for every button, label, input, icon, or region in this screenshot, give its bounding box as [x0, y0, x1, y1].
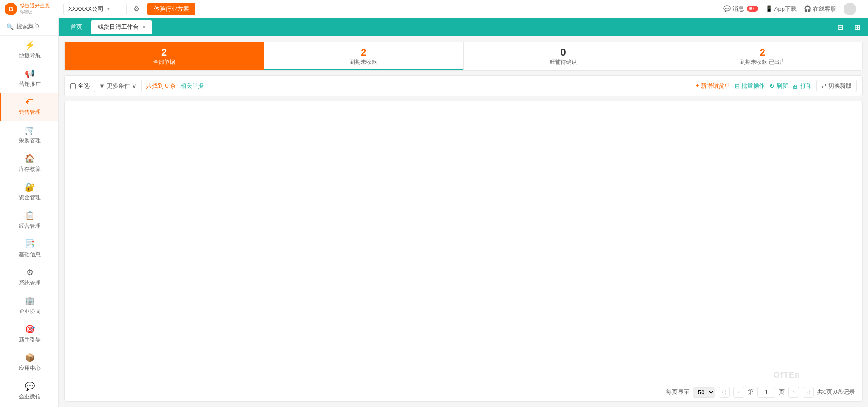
sidebar-item-member[interactable]: V 畅会员	[0, 405, 58, 407]
sidebar-label-sales: 销售管理	[19, 108, 41, 116]
tab-home[interactable]: 首页	[63, 18, 90, 36]
stats-count-overdue-shipped: 2	[670, 47, 855, 58]
sidebar-item-apps[interactable]: 📦 应用中心	[0, 348, 58, 377]
stats-tab-overdue[interactable]: 2 到期未收款	[264, 42, 463, 70]
sidebar-label-apps: 应用中心	[19, 365, 41, 372]
marketing-icon: 📢	[25, 69, 35, 79]
company-name: XXXXXX公司	[68, 5, 104, 13]
sidebar-item-quick-nav[interactable]: ⚡ 快捷导航	[0, 36, 58, 64]
stats-count-wangdian: 0	[471, 47, 656, 58]
company-dropdown-arrow: ▼	[106, 6, 111, 11]
app-name: 畅捷通好生意	[20, 3, 50, 9]
toolbar: 全选 ▼ 更多条件 ∨ 共找到 0 条 相关单据 + 新增销货单	[64, 75, 863, 96]
sidebar-item-guide[interactable]: 🎯 新手引导	[0, 320, 58, 348]
sidebar-item-operation[interactable]: 📋 经营管理	[0, 206, 58, 234]
last-page-button[interactable]: ⟩⟩	[803, 387, 814, 398]
sidebar-item-inventory[interactable]: 🏠 库存核算	[0, 149, 58, 178]
add-sales-order-button[interactable]: + 新增销货单	[696, 82, 730, 90]
tab-label: 钱货日清工作台	[98, 23, 139, 31]
prev-page-button[interactable]: ‹	[733, 387, 744, 398]
operation-icon: 📋	[25, 211, 35, 220]
related-records-link[interactable]: 相关单据	[180, 82, 204, 90]
sidebar-label-wechat: 企业微信	[19, 393, 41, 401]
stats-count-all: 2	[72, 47, 256, 58]
sidebar-label-operation: 经营管理	[19, 222, 41, 230]
tab-maximize-button[interactable]: ⊞	[851, 21, 863, 33]
apps-icon: 📦	[25, 353, 35, 363]
tab-qianhuoqingong[interactable]: 钱货日清工作台 ×	[91, 20, 152, 34]
stats-label-overdue: 到期未收款	[350, 59, 377, 65]
stats-tab-wangdian[interactable]: 0 旺辅待确认	[464, 42, 663, 70]
select-all-label: 全选	[78, 82, 90, 90]
trial-button[interactable]: 体验行业方案	[147, 3, 195, 15]
header-right: 💬 消息 99+ 📱 App下载 🎧 在线客服	[723, 3, 863, 15]
found-unit: 条	[170, 82, 176, 89]
sidebar-item-cooperation[interactable]: 🏢 企业协同	[0, 291, 58, 320]
online-service-button[interactable]: 🎧 在线客服	[804, 5, 836, 13]
print-button[interactable]: 🖨 打印	[793, 82, 812, 90]
first-page-button[interactable]: ⟨⟨	[719, 387, 730, 398]
switch-version-button[interactable]: ⇄ 切换新版	[816, 80, 857, 92]
message-button[interactable]: 💬 消息 99+	[723, 5, 758, 13]
app-icon: 📱	[765, 5, 773, 12]
stats-label-overdue-shipped: 到期未收款 已出库	[740, 59, 785, 65]
quick-nav-icon: ⚡	[25, 40, 35, 50]
sidebar-item-basic[interactable]: 📑 基础信息	[0, 234, 58, 263]
guide-icon: 🎯	[25, 324, 35, 334]
sidebar-label-inventory: 库存核算	[19, 165, 41, 173]
sidebar-item-purchase[interactable]: 🛒 采购管理	[0, 121, 58, 149]
sidebar-item-wechat[interactable]: 💬 企业微信	[0, 377, 58, 405]
stats-label-wangdian: 旺辅待确认	[550, 59, 577, 65]
logo-icon: B	[5, 3, 17, 15]
message-label: 消息	[732, 5, 744, 13]
pagination: 每页显示 50 ⟨⟨ ‹ 第 页 › ⟩⟩ 共0页,0条记录	[65, 383, 862, 401]
table-area: 每页显示 50 ⟨⟨ ‹ 第 页 › ⟩⟩ 共0页,0条记录	[64, 101, 863, 402]
settings-button[interactable]: ⚙	[130, 3, 143, 15]
tab-bar-right: ⊟ ⊞	[834, 21, 863, 33]
print-label: 打印	[800, 82, 812, 90]
app-download-button[interactable]: 📱 App下载	[765, 5, 797, 13]
sidebar-item-system[interactable]: ⚙ 系统管理	[0, 263, 58, 291]
table-empty-state	[65, 101, 862, 383]
tab-close-button[interactable]: ×	[142, 24, 146, 30]
sidebar-label-marketing: 营销推广	[19, 80, 41, 88]
sidebar-item-marketing[interactable]: 📢 营销推广	[0, 64, 58, 93]
sidebar-item-finance[interactable]: 🔐 资金管理	[0, 178, 58, 206]
tab-minimize-button[interactable]: ⊟	[834, 21, 846, 33]
select-all-input[interactable]	[70, 83, 76, 89]
batch-icon: ⊞	[735, 83, 740, 89]
toolbar-right: + 新增销货单 ⊞ 批量操作 ↻ 刷新 🖨 打印 ⇄	[696, 80, 857, 92]
sidebar-label-purchase: 采购管理	[19, 137, 41, 145]
sidebar-label-guide: 新手引导	[19, 336, 41, 344]
stats-tab-overdue-shipped[interactable]: 2 到期未收款 已出库	[663, 42, 862, 70]
company-selector[interactable]: XXXXXX公司 ▼	[63, 3, 127, 15]
finance-icon: 🔐	[25, 182, 35, 192]
stats-tab-all[interactable]: 2 全部单据	[65, 42, 264, 70]
system-icon: ⚙	[26, 267, 33, 277]
stats-tabs: 2 全部单据 2 到期未收款 0 旺辅待确认 2 到期未收款 已出库	[64, 42, 863, 71]
found-prefix: 共找到	[146, 82, 164, 89]
purchase-icon: 🛒	[25, 125, 35, 135]
more-filter-button[interactable]: ▼ 更多条件 ∨	[94, 80, 142, 92]
page-content: 2 全部单据 2 到期未收款 0 旺辅待确认 2 到期未收款 已出库	[59, 36, 868, 407]
page-input[interactable]	[757, 387, 775, 398]
found-count-text: 共找到 0 条	[146, 82, 176, 90]
sidebar-label-cooperation: 企业协同	[19, 308, 41, 315]
sales-icon: 🏷	[26, 97, 34, 107]
inventory-icon: 🏠	[25, 154, 35, 164]
avatar[interactable]	[844, 3, 856, 15]
refresh-button[interactable]: ↻ 刷新	[769, 82, 788, 90]
refresh-label: 刷新	[776, 82, 788, 90]
search-menu-item[interactable]: 🔍 搜索菜单	[0, 18, 58, 36]
per-page-select[interactable]: 50	[693, 387, 715, 398]
filter-icon: ▼	[99, 83, 105, 89]
stats-count-overdue: 2	[271, 47, 456, 58]
batch-operation-button[interactable]: ⊞ 批量操作	[735, 82, 765, 90]
wechat-icon: 💬	[25, 381, 35, 391]
select-all-checkbox[interactable]: 全选	[70, 82, 90, 90]
next-page-button[interactable]: ›	[788, 387, 799, 398]
print-icon: 🖨	[793, 83, 798, 89]
sidebar-item-sales[interactable]: 🏷 销售管理	[0, 93, 58, 121]
main-layout: 🔍 搜索菜单 ⚡ 快捷导航 📢 营销推广 🏷 销售管理 🛒 采购管理 🏠 库存核…	[0, 18, 868, 407]
service-icon: 🎧	[804, 5, 811, 12]
